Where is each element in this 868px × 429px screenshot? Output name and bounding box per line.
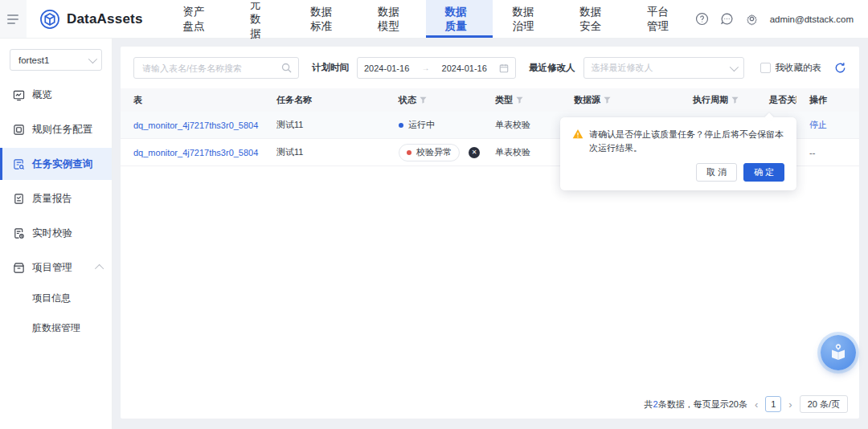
stop-confirm-popover: 请确认是否停止该质量任务？停止后将不会保留本次运行结果。 取 消 确 定 xyxy=(560,117,796,190)
sidebar-item-project-info[interactable]: 项目信息 xyxy=(0,284,112,313)
favorite-checkbox[interactable] xyxy=(760,63,771,73)
nav-data-governance[interactable]: 数据治理 xyxy=(493,0,560,38)
plan-time-label: 计划时间 xyxy=(312,62,349,74)
modifier-select[interactable]: 选择最近修改人 xyxy=(583,57,744,79)
quality-report-icon xyxy=(13,193,25,205)
sidebar-item-label: 概览 xyxy=(32,88,52,102)
brand[interactable]: DataAssets xyxy=(27,0,164,38)
nav-data-security[interactable]: 数据安全 xyxy=(560,0,628,38)
table-name-link[interactable]: dq_monitor_4j7217ths3r0_5804 xyxy=(133,121,258,130)
realtime-check-icon xyxy=(13,227,25,239)
modifier-select-placeholder: 选择最近修改人 xyxy=(592,62,653,74)
task-name: 测试11 xyxy=(276,146,303,158)
search-icon[interactable] xyxy=(281,63,292,73)
sidebar-item-label: 质量报告 xyxy=(32,192,72,206)
chevron-up-icon xyxy=(95,264,104,273)
next-page-button[interactable]: › xyxy=(787,398,793,411)
date-to-value[interactable]: 2024-01-16 xyxy=(442,63,487,73)
filter-funnel-icon[interactable] xyxy=(604,96,611,104)
settings-icon[interactable] xyxy=(745,12,759,26)
col-header-task-name: 任务名称 xyxy=(264,94,386,106)
guide-book-pin-icon xyxy=(829,343,848,362)
top-navigation: 资产盘点 元数据 数据标准 数据模型 数据质量 数据治理 数据安全 平台管理 xyxy=(164,0,695,38)
confirm-button[interactable]: 确 定 xyxy=(743,163,784,182)
nav-data-standard[interactable]: 数据标准 xyxy=(291,0,358,38)
help-icon[interactable] xyxy=(695,12,709,26)
sidebar-item-rule-task-config[interactable]: 规则任务配置 xyxy=(0,113,112,145)
main-content-card: 计划时间 2024-01-16 → 2024-01-16 最近修改人 选择最近修… xyxy=(121,47,859,419)
sidebar-subitem-label: 脏数据管理 xyxy=(32,321,80,335)
plan-time-range-picker[interactable]: 2024-01-16 → 2024-01-16 xyxy=(357,57,516,79)
hamburger-icon xyxy=(7,14,18,24)
nav-data-model[interactable]: 数据模型 xyxy=(358,0,426,38)
sidebar-item-realtime-check[interactable]: 实时校验 xyxy=(0,217,112,249)
help-guide-float-button[interactable] xyxy=(821,335,856,370)
table-name-link[interactable]: dq_monitor_4j7217ths3r0_5804 xyxy=(133,148,258,157)
status-dot xyxy=(407,150,411,155)
favorite-tables-filter[interactable]: 我收藏的表 xyxy=(760,62,822,74)
sidebar-item-dirty-data-management[interactable]: 脏数据管理 xyxy=(0,313,112,343)
task-type: 单表校验 xyxy=(495,119,530,131)
filter-funnel-icon[interactable] xyxy=(420,96,427,104)
sidebar-item-quality-report[interactable]: 质量报告 xyxy=(0,182,112,214)
task-type: 单表校验 xyxy=(495,146,530,158)
logo-cube-icon xyxy=(39,9,60,30)
col-header-table: 表 xyxy=(121,94,264,106)
brand-name: DataAssets xyxy=(67,11,143,27)
page-number-1[interactable]: 1 xyxy=(765,396,781,412)
sidebar-item-overview[interactable]: 概览 xyxy=(0,79,112,111)
calendar-icon xyxy=(499,63,509,73)
task-instance-query-icon xyxy=(13,158,25,170)
filter-bar: 计划时间 2024-01-16 → 2024-01-16 最近修改人 选择最近修… xyxy=(121,47,859,88)
nav-platform-management[interactable]: 平台管理 xyxy=(628,0,695,38)
status-check-error: 校验异常 xyxy=(399,144,460,161)
chevron-down-icon xyxy=(88,54,97,63)
filter-funnel-icon[interactable] xyxy=(516,96,523,104)
filter-funnel-icon[interactable] xyxy=(731,96,739,104)
sidebar-collapse-button[interactable] xyxy=(0,0,27,38)
task-name: 测试11 xyxy=(276,119,303,131)
pagination: 共2条数据，每页显示20条 ‹ 1 › 20 条/页 xyxy=(121,393,859,419)
search-box[interactable] xyxy=(133,57,299,79)
page-size-select[interactable]: 20 条/页 xyxy=(800,395,848,413)
pagination-summary: 共2条数据，每页显示20条 xyxy=(645,398,747,411)
date-from-value[interactable]: 2024-01-16 xyxy=(364,63,409,73)
project-management-icon xyxy=(13,262,25,274)
status-running: 运行中 xyxy=(399,119,435,131)
col-header-linked: 是否关联 xyxy=(756,94,796,106)
sidebar-item-label: 规则任务配置 xyxy=(32,123,92,137)
nav-metadata[interactable]: 元数据 xyxy=(231,0,291,38)
col-header-cycle: 执行周期 xyxy=(680,94,756,106)
error-detail-icon[interactable]: ✕ xyxy=(469,147,480,158)
header-right: admin@dtstack.com xyxy=(695,0,868,38)
nav-data-quality[interactable]: 数据质量 xyxy=(426,0,493,38)
prev-page-button[interactable]: ‹ xyxy=(753,398,760,411)
stop-action-link[interactable]: 停止 xyxy=(809,119,827,131)
user-email[interactable]: admin@dtstack.com xyxy=(770,14,854,24)
favorite-checkbox-label: 我收藏的表 xyxy=(776,62,822,74)
chevron-down-icon xyxy=(729,62,738,71)
refresh-icon[interactable] xyxy=(834,62,846,74)
overview-icon xyxy=(13,89,25,101)
app-window: DataAssets 资产盘点 元数据 数据标准 数据模型 数据质量 数据治理 … xyxy=(0,0,868,429)
sidebar-subitem-label: 项目信息 xyxy=(32,292,71,305)
date-range-arrow-icon: → xyxy=(421,63,429,72)
confirm-message: 请确认是否停止该质量任务？停止后将不会保留本次运行结果。 xyxy=(589,128,784,155)
sidebar-item-label: 实时校验 xyxy=(32,227,72,240)
status-dot xyxy=(399,123,403,128)
sidebar-item-project-management[interactable]: 项目管理 xyxy=(0,251,112,284)
col-header-type: 类型 xyxy=(482,94,561,106)
col-header-action: 操作 xyxy=(796,94,859,106)
col-header-status: 状态 xyxy=(386,94,482,106)
cancel-button[interactable]: 取 消 xyxy=(696,163,737,182)
rule-task-config-icon xyxy=(13,124,25,136)
sidebar-item-task-instance-query[interactable]: 任务实例查询 xyxy=(0,148,112,180)
sidebar-item-label: 项目管理 xyxy=(32,261,72,275)
table-header-row: 表 任务名称 状态 类型 数据源 执行周期 是否关联 xyxy=(121,88,859,112)
workspace-select[interactable]: fortest1 xyxy=(10,49,102,71)
sidebar: fortest1 概览 规则任务配置 xyxy=(0,39,113,429)
search-input[interactable] xyxy=(142,63,281,73)
sidebar-item-label: 任务实例查询 xyxy=(32,157,92,171)
message-icon[interactable] xyxy=(720,12,734,26)
nav-asset-inventory[interactable]: 资产盘点 xyxy=(164,0,231,38)
